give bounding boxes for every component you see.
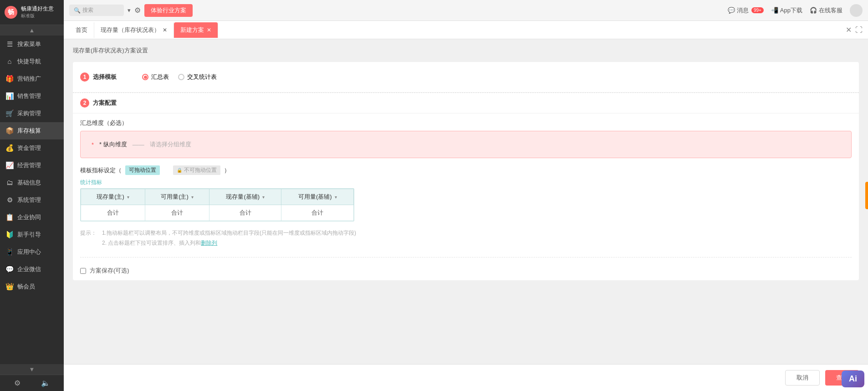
sidebar-item-label: 企业微信 (17, 265, 41, 273)
settings-button[interactable]: ⚙ (14, 379, 20, 387)
industry-btn[interactable]: 体验行业方案 (144, 4, 193, 17)
sidebar-item-new-guide[interactable]: 🔰 新手引导 (0, 226, 64, 243)
step1-number: 1 (80, 72, 89, 82)
cancel-button[interactable]: 取消 (785, 370, 820, 386)
tab-new-plan[interactable]: 新建方案 ✕ (174, 22, 218, 38)
inventory-tab-close[interactable]: ✕ (163, 27, 167, 33)
cart-icon: 🛒 (5, 109, 14, 118)
col-header-1[interactable]: 现存量(主) ▾ (81, 189, 145, 205)
col3-chevron[interactable]: ▾ (262, 195, 265, 200)
radio-summary-circle (142, 74, 148, 80)
radio-summary[interactable]: 汇总表 (142, 73, 169, 81)
radio-cross-label: 交叉统计表 (187, 73, 217, 81)
user-avatar[interactable] (850, 4, 863, 17)
search-menu-icon: ☰ (5, 40, 14, 48)
step2-title: 方案配置 (93, 99, 117, 107)
sidebar-item-sales[interactable]: 📊 销售管理 (0, 87, 64, 105)
sidebar-item-label: 畅会员 (17, 283, 35, 291)
dimension-box: * * 纵向维度 —— 请选择分组维度 (80, 131, 852, 158)
main-area: 🔍 搜索 ▾ ⚙ 体验行业方案 💬 消息 99+ 📲 App下载 🎧 在线客服 (64, 0, 868, 391)
hints: 提示： 1.拖动标题栏可以调整布局，不可跨维度或指标区域拖动栏目字段(只能在同一… (80, 228, 852, 248)
indicator-table-wrap: 现存量(主) ▾ 可用量(主) ▾ (80, 188, 354, 221)
sidebar-item-system[interactable]: ⚙ 系统管理 (0, 191, 64, 209)
cell-1-4: 合计 (281, 205, 354, 221)
sidebar-item-label: 资金管理 (17, 144, 41, 152)
stats-indicator-label: 统计指标 (80, 179, 852, 186)
cell-1-3: 合计 (209, 205, 281, 221)
save-checkbox[interactable] (80, 268, 86, 274)
audio-button[interactable]: 🔈 (41, 379, 50, 387)
col-header-2[interactable]: 可用量(主) ▾ (145, 189, 209, 205)
col-header-4[interactable]: 可用量(基辅) ▾ (281, 189, 354, 205)
dimension-required-star: * (92, 141, 94, 148)
radio-cross[interactable]: 交叉统计表 (178, 73, 217, 81)
message-item[interactable]: 💬 消息 99+ (728, 6, 764, 15)
indicator-settings-text: 模板指标设定（ (80, 166, 122, 175)
col4-chevron[interactable]: ▾ (335, 195, 337, 200)
chart-icon: 📊 (5, 92, 14, 100)
col-header-3[interactable]: 现存量(基辅) ▾ (209, 189, 281, 205)
sidebar-item-corp-agreement[interactable]: 📋 企业协同 (0, 209, 64, 226)
sidebar-item-finance[interactable]: 💰 资金管理 (0, 139, 64, 157)
sidebar-item-corp-wechat[interactable]: 💬 企业微信 (0, 261, 64, 278)
message-badge: 99+ (751, 7, 764, 13)
online-service-label: 在线客服 (819, 6, 842, 15)
tab-bar-actions: ✕ ⛶ (846, 26, 863, 34)
expand-window-icon[interactable]: ⛶ (855, 26, 863, 34)
sidebar-item-marketing[interactable]: 🎁 营销推广 (0, 70, 64, 87)
beginner-icon: 🔰 (5, 231, 14, 239)
sidebar-item-inventory[interactable]: 📦 库存核算 (0, 122, 64, 139)
hint-2: 2. 点击标题栏下拉可设置排序、插入列和删除列 (80, 238, 852, 248)
sidebar-scroll-up[interactable]: ▲ (0, 25, 64, 36)
topbar-search[interactable]: 🔍 搜索 (69, 5, 124, 16)
step1-title: 选择模板 (93, 73, 117, 81)
topbar-gear-icon[interactable]: ⚙ (134, 6, 141, 15)
sidebar-item-label: 库存核算 (17, 127, 41, 135)
sidebar-item-label: 企业协同 (17, 213, 41, 221)
inventory-tab-label: 现存量（库存状况表） (101, 26, 160, 34)
app-download-label: App下载 (780, 6, 802, 15)
close-window-icon[interactable]: ✕ (846, 26, 852, 34)
col1-chevron[interactable]: ▾ (127, 195, 129, 200)
sidebar-item-label: 营销推广 (17, 75, 41, 83)
sidebar-item-label: 新手引导 (17, 231, 41, 239)
sidebar-item-label: 应用中心 (17, 248, 41, 256)
app-badge: 标准版 (21, 13, 54, 19)
save-option[interactable]: 方案保存(可选) (80, 267, 852, 275)
sidebar-item-quick-nav[interactable]: ⌂ 快捷导航 (0, 53, 64, 70)
sidebar-item-purchase[interactable]: 🛒 采购管理 (0, 105, 64, 122)
topbar-dropdown[interactable]: ▾ (128, 7, 131, 14)
col2-chevron[interactable]: ▾ (191, 195, 194, 200)
sidebar-item-label: 采购管理 (17, 109, 41, 118)
sidebar-item-member[interactable]: 👑 畅会员 (0, 278, 64, 295)
col2-label: 可用量(主) (161, 193, 189, 201)
sidebar-item-operations[interactable]: 📈 经营管理 (0, 157, 64, 174)
cell-1-2: 合计 (145, 205, 209, 221)
radio-summary-label: 汇总表 (151, 73, 169, 81)
non-draggable-badge: 🔒 不可拖动位置 (173, 165, 220, 175)
indicator-settings-close: ） (224, 166, 230, 175)
dimension-placeholder[interactable]: 请选择分组维度 (150, 140, 191, 149)
sidebar-item-app-center[interactable]: 📱 应用中心 (0, 243, 64, 261)
col1-label: 现存量(主) (97, 193, 124, 201)
ai-badge[interactable]: Ai (842, 370, 864, 387)
money-icon: 💰 (5, 144, 14, 152)
sidebar: 畅 畅康通好生意 标准版 ▲ ☰ 搜索菜单 ⌂ 快捷导航 🎁 营销推广 📊 销售… (0, 0, 64, 391)
online-service-item[interactable]: 🎧 在线客服 (810, 6, 842, 15)
template-options: 汇总表 交叉统计表 (120, 67, 224, 87)
stats-table: 现存量(主) ▾ 可用量(主) ▾ (81, 189, 354, 221)
home-icon: ⌂ (5, 57, 14, 65)
indicator-settings-sep (163, 166, 169, 175)
right-panel-edge[interactable] (865, 182, 868, 209)
tab-home[interactable]: 首页 (69, 22, 94, 38)
sidebar-item-basics[interactable]: 🗂 基础信息 (0, 174, 64, 191)
new-plan-tab-close[interactable]: ✕ (207, 27, 211, 33)
delete-col-link[interactable]: 删除列 (201, 240, 217, 246)
app-name: 畅康通好生意 (21, 5, 54, 13)
sidebar-scroll-down[interactable]: ▼ (0, 364, 64, 375)
sidebar-item-label: 快捷导航 (17, 57, 41, 66)
app-download-item[interactable]: 📲 App下载 (771, 6, 802, 15)
dimension-row-label: * 纵向维度 (99, 140, 127, 149)
sidebar-item-search-menu[interactable]: ☰ 搜索菜单 (0, 36, 64, 53)
tab-inventory-status[interactable]: 现存量（库存状况表） ✕ (94, 22, 174, 38)
